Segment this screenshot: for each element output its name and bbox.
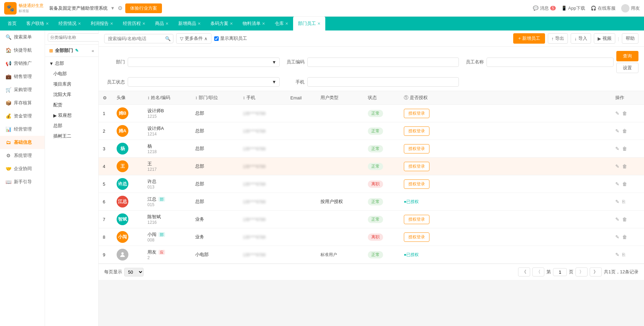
dept-item-shuangzuo[interactable]: ▶ 双座想 <box>45 110 98 121</box>
copy-icon[interactable]: ⎘ <box>622 199 625 204</box>
dept-item-shenyang[interactable]: 沈阳大库 <box>45 89 98 100</box>
copy-icon[interactable]: ⎘ <box>622 252 625 257</box>
auth-button[interactable]: 授权登录 <box>404 109 429 118</box>
auth-button[interactable]: 授权登录 <box>404 162 429 171</box>
close-icon[interactable]: ✕ <box>230 21 233 26</box>
col-phone[interactable]: ↕ 手机 <box>239 91 286 105</box>
tab-goods[interactable]: 商品 ✕ <box>150 17 173 30</box>
service-item[interactable]: 🎧 在线客服 <box>591 5 616 11</box>
auth-button[interactable]: 授权登录 <box>404 144 429 153</box>
edit-icon[interactable]: ✎ <box>615 181 619 187</box>
tab-material[interactable]: 物料清单 ✕ <box>238 17 270 30</box>
import-button[interactable]: ↓ 导入 <box>571 33 591 44</box>
edit-icon[interactable]: ✎ <box>615 128 619 134</box>
help-button[interactable]: 帮助 <box>622 33 638 44</box>
delete-icon[interactable]: 🗑 <box>622 181 627 187</box>
tab-customer[interactable]: 客户联络 ✕ <box>21 17 54 30</box>
settings-icon[interactable]: ⚙ <box>118 5 123 11</box>
sidebar-item-purchase[interactable]: 🛒 采购管理 <box>0 83 45 96</box>
sidebar-item-inventory[interactable]: 📦 库存核算 <box>0 96 45 109</box>
tab-business[interactable]: 经营情况 ✕ <box>54 17 86 30</box>
sidebar-item-marketing[interactable]: 📢 营销推广 <box>0 57 45 70</box>
tab-home[interactable]: 首页 <box>3 17 21 30</box>
close-icon[interactable]: ✕ <box>142 21 145 26</box>
edit-icon[interactable]: ✎ <box>615 199 619 204</box>
sidebar-item-collab[interactable]: 🤝 企业协同 <box>0 162 45 175</box>
close-icon[interactable]: ✕ <box>78 21 81 26</box>
close-icon[interactable]: ✕ <box>262 21 265 26</box>
prev-page-button[interactable]: 〈 <box>532 267 544 276</box>
tab-dept-staff[interactable]: 部门员工 ✕ <box>293 17 325 30</box>
dept-search-input[interactable] <box>48 33 105 42</box>
more-filter-button[interactable]: ▽ 更多条件 ∧ <box>176 33 211 44</box>
system-dropdown-icon[interactable]: ▼ <box>110 6 115 11</box>
delete-icon[interactable]: 🗑 <box>622 234 627 240</box>
dept-item-zongbu2[interactable]: 总部 <box>45 121 98 131</box>
set-button[interactable]: 设置 <box>616 63 638 73</box>
tab-warehouse[interactable]: 仓库 ✕ <box>270 17 293 30</box>
dept-collapse-icon[interactable]: « <box>92 48 94 53</box>
empname-input[interactable] <box>487 58 614 67</box>
first-page-button[interactable]: 《 <box>518 267 530 276</box>
auth-button[interactable]: 授权登录 <box>404 215 429 224</box>
tab-barcode[interactable]: 条码方案 ✕ <box>206 17 238 30</box>
page-size-select[interactable]: 50 100 200 <box>124 268 144 276</box>
close-icon-active[interactable]: ✕ <box>317 21 320 26</box>
dept-edit-icon[interactable]: ✎ <box>75 48 79 53</box>
close-icon[interactable]: ✕ <box>198 21 201 26</box>
phone-input[interactable] <box>307 77 459 87</box>
sidebar-item-sales[interactable]: 💼 销售管理 <box>0 70 45 83</box>
empcode-input[interactable] <box>307 58 459 67</box>
sidebar-item-guide[interactable]: 📖 新手引导 <box>0 175 45 188</box>
dept-select[interactable]: ▼ <box>128 58 280 67</box>
app-download-item[interactable]: 📱 App下载 <box>561 5 585 11</box>
close-icon[interactable]: ✕ <box>46 21 49 26</box>
auth-button[interactable]: 授权登录 <box>404 126 429 136</box>
delete-icon[interactable]: 🗑 <box>622 111 627 116</box>
dept-item-xiangmu[interactable]: 项目库房 <box>45 79 98 89</box>
auth-button[interactable]: 授权登录 <box>404 179 429 189</box>
close-icon[interactable]: ✕ <box>285 21 288 26</box>
tab-new-goods[interactable]: 新增商品 ✕ <box>173 17 206 30</box>
edit-icon[interactable]: ✎ <box>615 164 619 169</box>
tab-profit[interactable]: 利润报告 ✕ <box>86 17 118 30</box>
edit-icon[interactable]: ✎ <box>615 252 619 257</box>
dept-all-item[interactable]: ⊞ 全部部门 ✎ « <box>45 45 98 57</box>
sidebar-item-search[interactable]: 🔍 搜索菜单 <box>0 30 45 44</box>
tab-history[interactable]: 经营历程 ✕ <box>118 17 150 30</box>
delete-icon[interactable]: 🗑 <box>622 146 627 151</box>
dept-item-chashuwang[interactable]: 插树王二 <box>45 131 98 141</box>
show-former-checkbox[interactable] <box>214 36 219 41</box>
close-icon[interactable]: ✕ <box>110 21 113 26</box>
auth-button[interactable]: 授权登录 <box>404 232 429 242</box>
delete-icon[interactable]: 🗑 <box>622 128 627 134</box>
edit-icon[interactable]: ✎ <box>615 146 619 151</box>
close-icon[interactable]: ✕ <box>165 21 169 26</box>
delete-icon[interactable]: 🗑 <box>622 217 627 222</box>
col-settings[interactable]: ⚙ <box>99 91 112 105</box>
page-number-input[interactable] <box>553 268 567 276</box>
last-page-button[interactable]: 》 <box>590 267 602 276</box>
employee-search-input[interactable] <box>104 34 173 43</box>
empstatus-select[interactable]: ▼ <box>128 77 280 87</box>
dept-item-peihuo[interactable]: 配货 <box>45 100 98 110</box>
next-page-button[interactable]: 〉 <box>575 267 588 276</box>
sidebar-item-operation[interactable]: 📊 经营管理 <box>0 123 45 136</box>
export-button[interactable]: ↑ 导出 <box>548 33 568 44</box>
show-former-label[interactable]: 显示离职员工 <box>214 35 247 42</box>
sidebar-item-finance[interactable]: 💰 资金管理 <box>0 109 45 123</box>
message-item[interactable]: 💬 消息 5 <box>533 5 556 11</box>
col-name[interactable]: ↕ 姓名/编码 <box>143 91 191 105</box>
dept-item-zongbu[interactable]: ▼ 总部 <box>45 58 98 69</box>
col-dept[interactable]: ↕ 部门/职位 <box>191 91 239 105</box>
sidebar-item-nav[interactable]: 🏠 快捷导航 <box>0 44 45 57</box>
view-button[interactable]: ▶ 视频 <box>594 33 615 44</box>
edit-icon[interactable]: ✎ <box>615 234 619 240</box>
edit-icon[interactable]: ✎ <box>615 111 619 116</box>
add-employee-button[interactable]: + 新增员工 <box>513 33 545 44</box>
user-item[interactable]: 用友 <box>621 4 640 12</box>
sidebar-item-system[interactable]: ⚙ 系统管理 <box>0 149 45 162</box>
query-button[interactable]: 查询 <box>616 51 638 61</box>
edit-icon[interactable]: ✎ <box>615 217 619 222</box>
trial-button[interactable]: 体验行业方案 <box>125 3 162 13</box>
